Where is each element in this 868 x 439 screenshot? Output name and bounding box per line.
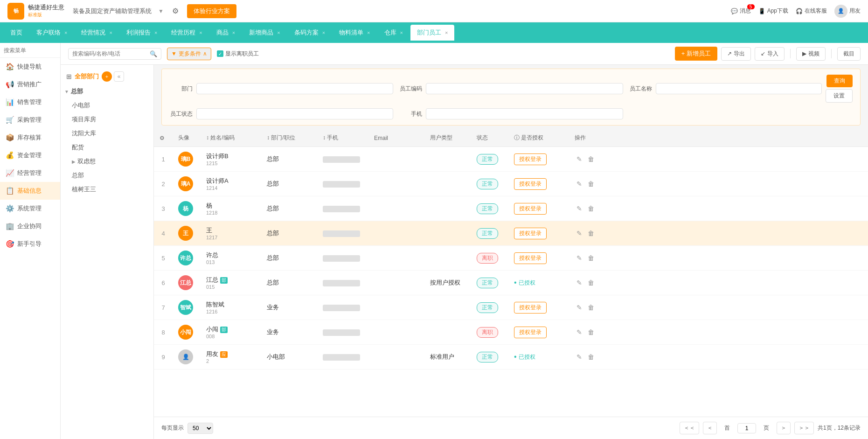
dept-tree-shenyangdaku[interactable]: 沈阳大库 [61, 126, 153, 140]
dept-add-button[interactable]: + [102, 71, 112, 82]
sidebar-item-finance[interactable]: 💰 资金管理 [0, 146, 60, 164]
delete-button[interactable]: 🗑 [586, 303, 596, 312]
import-button[interactable]: ↙ 导入 [755, 47, 785, 61]
nav-tab-profit-close[interactable]: × [154, 30, 157, 35]
delete-button[interactable]: 🗑 [586, 179, 596, 188]
system-title-dropdown[interactable]: ▼ [158, 8, 164, 14]
nav-tab-history[interactable]: 经营历程 × [165, 25, 208, 41]
auth-login-button[interactable]: 授权登录 [514, 228, 547, 239]
nav-tab-operations-close[interactable]: × [109, 30, 112, 35]
edit-button[interactable]: ✎ [575, 229, 584, 238]
sidebar-item-basic-info[interactable]: 📋 基础信息 [0, 182, 60, 200]
dept-tree-zongbu[interactable]: 总部 [61, 168, 153, 182]
edit-button[interactable]: ✎ [575, 253, 584, 263]
nav-tab-bom-close[interactable]: × [367, 30, 370, 35]
status-filter-select[interactable] [196, 108, 393, 119]
online-service-button[interactable]: 🎧 在线客服 [796, 7, 827, 15]
sidebar-item-system[interactable]: ⚙️ 系统管理 [0, 200, 60, 217]
user-menu[interactable]: 👤 用友 [834, 5, 861, 18]
delete-button[interactable]: 🗑 [586, 278, 596, 287]
delete-button[interactable]: 🗑 [586, 253, 596, 263]
prev-page-button[interactable]: ＜ [703, 422, 717, 434]
last-page-button[interactable]: ＞＞ [794, 422, 814, 434]
nav-tab-operations[interactable]: 经营情况 × [75, 25, 118, 41]
sidebar-item-operations[interactable]: 📈 经营管理 [0, 164, 60, 182]
sidebar-item-inventory[interactable]: 📦 库存核算 [0, 129, 60, 146]
nav-tab-warehouse[interactable]: 仓库 × [378, 25, 410, 41]
view-button[interactable]: ▶ 视频 [796, 47, 826, 61]
col-name[interactable]: ↕ 姓名/编码 [201, 129, 261, 147]
auth-login-button[interactable]: 授权登录 [514, 203, 547, 215]
auth-login-button[interactable]: 授权登录 [514, 302, 547, 314]
nav-tab-employee-close[interactable]: × [445, 30, 448, 35]
show-resigned-toggle[interactable]: ✓ 显示离职员工 [217, 50, 259, 58]
dept-filter-select[interactable] [196, 83, 393, 94]
first-page-button[interactable]: ＜＜ [680, 422, 699, 434]
message-button[interactable]: 💬 消息 5 [731, 7, 751, 15]
more-button[interactable]: 截目 [837, 47, 861, 61]
trial-button[interactable]: 体验行业方案 [187, 4, 236, 18]
page-size-select[interactable]: 50 20 100 [187, 423, 213, 434]
auth-login-button[interactable]: 授权登录 [514, 178, 547, 190]
delete-button[interactable]: 🗑 [586, 204, 596, 213]
dept-tree-root[interactable]: ▼ 总部 [61, 84, 153, 98]
sidebar-item-enterprise[interactable]: 🏢 企业协同 [0, 217, 60, 235]
more-filter-button[interactable]: ▼ 更多条件 ∧ [167, 48, 211, 60]
reset-button[interactable]: 设置 [826, 89, 853, 103]
next-page-button[interactable]: ＞ [777, 422, 791, 434]
nav-tab-home[interactable]: 首页 [4, 25, 29, 41]
edit-button[interactable]: ✎ [575, 278, 584, 287]
auth-login-button[interactable]: 授权登录 [514, 252, 547, 264]
nav-tab-profit[interactable]: 利润报告 × [120, 25, 164, 41]
nav-tab-customer[interactable]: 客户联络 × [30, 25, 74, 41]
nav-tab-barcode[interactable]: 条码方案 × [288, 25, 332, 41]
dept-tree-shuangluxiang[interactable]: ▶ 双虑想 [61, 154, 153, 168]
sidebar-item-marketing[interactable]: 📢 营销推广 [0, 76, 60, 93]
settings-button[interactable]: ⚙ [168, 4, 182, 18]
dept-tree-xiaodibu[interactable]: 小电部 [61, 98, 153, 112]
nav-tab-new-goods-close[interactable]: × [277, 30, 280, 35]
nav-tab-goods[interactable]: 商品 × [210, 25, 242, 41]
dept-collapse-button[interactable]: « [114, 71, 124, 82]
nav-tab-customer-close[interactable]: × [64, 30, 67, 35]
add-employee-button[interactable]: + 新增员工 [675, 47, 717, 61]
col-auth[interactable]: ⓘ 是否授权 [508, 129, 569, 147]
show-resigned-checkbox[interactable]: ✓ [217, 50, 223, 57]
dept-tree-peihuo[interactable]: 配货 [61, 140, 153, 154]
nav-tab-warehouse-close[interactable]: × [400, 30, 403, 35]
col-phone[interactable]: ↕ 手机 [317, 129, 368, 147]
auth-login-button[interactable]: 授权登录 [514, 153, 547, 165]
employee-search-input[interactable] [72, 50, 147, 57]
sidebar-item-quick-nav[interactable]: 🏠 快捷导航 [0, 58, 60, 76]
delete-button[interactable]: 🗑 [586, 154, 596, 164]
edit-button[interactable]: ✎ [575, 204, 584, 213]
edit-button[interactable]: ✎ [575, 179, 584, 188]
col-dept[interactable]: ↕ 部门/职位 [261, 129, 317, 147]
phone-filter-input[interactable] [426, 108, 623, 119]
name-filter-input[interactable] [656, 83, 822, 94]
dept-tree-zhishuwangsan[interactable]: 植树王三 [61, 182, 153, 196]
export-button[interactable]: ↗ 导出 [721, 47, 751, 61]
edit-button[interactable]: ✎ [575, 303, 584, 312]
nav-tab-employee[interactable]: 部门员工 × [410, 25, 454, 41]
search-button[interactable]: 查询 [826, 75, 853, 87]
app-download-button[interactable]: 📱 App下载 [758, 7, 788, 15]
auth-login-button[interactable]: 授权登录 [514, 327, 547, 338]
sidebar-item-purchase[interactable]: 🛒 采购管理 [0, 111, 60, 129]
nav-tab-bom[interactable]: 物料清单 × [333, 25, 376, 41]
sidebar-search-input[interactable] [4, 47, 61, 54]
nav-tab-barcode-close[interactable]: × [322, 30, 325, 35]
col-settings[interactable]: ⚙ [154, 129, 173, 147]
nav-tab-history-close[interactable]: × [199, 30, 202, 35]
delete-button[interactable]: 🗑 [586, 328, 596, 337]
delete-button[interactable]: 🗑 [586, 229, 596, 238]
sidebar-item-guide[interactable]: 🎯 新手引导 [0, 235, 60, 253]
edit-button[interactable]: ✎ [575, 352, 584, 362]
sidebar-item-sales[interactable]: 📊 销售管理 [0, 93, 60, 111]
nav-tab-goods-close[interactable]: × [232, 30, 235, 35]
edit-button[interactable]: ✎ [575, 154, 584, 164]
dept-tree-xiangmukufang[interactable]: 项目库房 [61, 112, 153, 126]
delete-button[interactable]: 🗑 [586, 352, 596, 362]
code-filter-input[interactable] [426, 83, 623, 94]
page-input[interactable] [737, 423, 756, 433]
